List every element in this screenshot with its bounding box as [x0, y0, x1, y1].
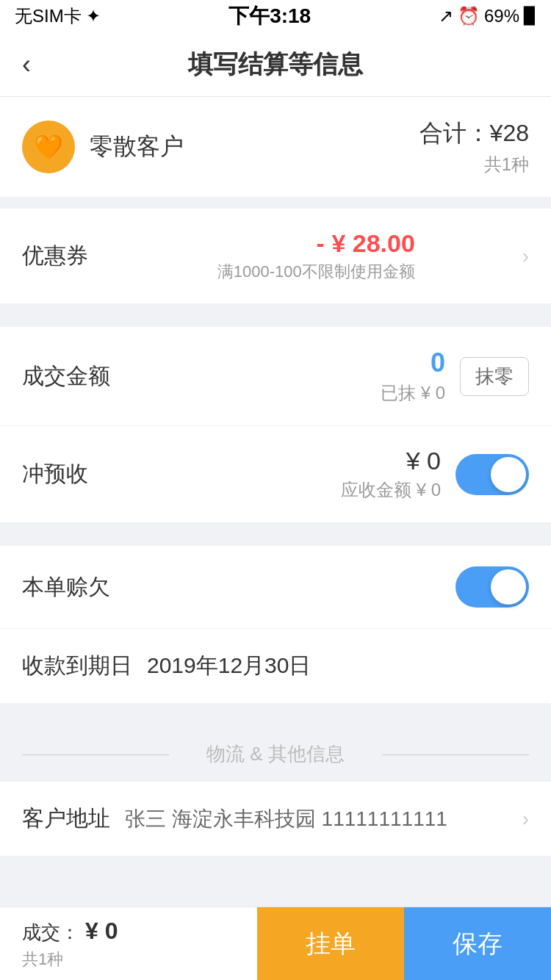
coupon-description: 满1000-100不限制使用金额	[217, 261, 415, 283]
status-time: 下午3:18	[228, 2, 311, 30]
section-divider-3	[0, 715, 551, 727]
section-divider-2	[0, 534, 551, 546]
bottom-count: 共1种	[22, 948, 235, 970]
address-value: 张三 海淀永丰科技园 11111111111	[125, 805, 508, 833]
total-count: 共1种	[419, 153, 529, 176]
deal-values: 0 已抹 ¥ 0	[381, 347, 445, 405]
pre-collect-label: 冲预收	[22, 459, 110, 489]
debt-section: 本单赊欠 收款到期日 2019年12月30日	[0, 546, 551, 703]
logistics-section-header: 物流 & 其他信息	[0, 727, 551, 782]
avatar: 🧡	[22, 120, 75, 173]
round-zero-button[interactable]: 抹零	[460, 357, 529, 396]
debt-row: 本单赊欠	[0, 546, 551, 629]
toggle-knob	[491, 457, 526, 492]
deal-amount-label: 成交金额	[22, 361, 110, 392]
location-icon: ↗	[439, 6, 453, 26]
customer-name: 零散客户	[90, 131, 184, 163]
status-right: ↗ ⏰ 69% ▉	[439, 6, 536, 26]
avatar-icon: 🧡	[34, 133, 63, 161]
customer-total: 合计：¥28 共1种	[419, 118, 529, 176]
hang-order-button[interactable]: 挂单	[257, 907, 404, 981]
coupon-discount: - ¥ 28.00	[217, 229, 415, 258]
battery-indicator: 69%	[484, 6, 519, 26]
address-label: 客户地址	[22, 804, 110, 834]
sim-status: 无SIM卡 ✦	[15, 4, 101, 28]
alarm-icon: ⏰	[458, 6, 480, 26]
customer-info: 🧡 零散客户	[22, 120, 184, 173]
deal-amount-row: 成交金额 0 已抹 ¥ 0 抹零	[0, 327, 551, 426]
pre-collect-right: ¥ 0 应收金额 ¥ 0	[341, 447, 529, 502]
pre-collect-toggle[interactable]	[455, 454, 529, 495]
address-row[interactable]: 客户地址 张三 海淀永丰科技园 11111111111 ›	[0, 782, 551, 857]
page-title: 填写结算等信息	[188, 48, 363, 82]
coupon-value-area: - ¥ 28.00 满1000-100不限制使用金额	[217, 229, 415, 283]
bottom-summary: 成交： ¥ 0 共1种	[0, 918, 257, 970]
pre-collect-values: ¥ 0 应收金额 ¥ 0	[341, 447, 441, 502]
main-content: 🧡 零散客户 合计：¥28 共1种 优惠券 - ¥ 28.00 满1000-10…	[0, 97, 551, 945]
coupon-section: 优惠券 - ¥ 28.00 满1000-100不限制使用金额 ›	[0, 209, 551, 303]
address-chevron-icon: ›	[522, 807, 529, 831]
coupon-label: 优惠券	[22, 241, 110, 271]
already-rounded: 已抹 ¥ 0	[381, 381, 445, 405]
bottom-deal-label: 成交：	[22, 920, 79, 945]
status-bar: 无SIM卡 ✦ 下午3:18 ↗ ⏰ 69% ▉	[0, 0, 551, 32]
debt-label: 本单赊欠	[22, 572, 110, 602]
debt-toggle-knob	[491, 569, 526, 605]
bottom-deal-amount: ¥ 0	[85, 918, 118, 945]
customer-row: 🧡 零散客户 合计：¥28 共1种	[0, 97, 551, 197]
debt-toggle[interactable]	[455, 566, 529, 608]
due-date-row[interactable]: 收款到期日 2019年12月30日	[0, 629, 551, 703]
coupon-row[interactable]: 优惠券 - ¥ 28.00 满1000-100不限制使用金额 ›	[0, 209, 551, 303]
save-button[interactable]: 保存	[404, 907, 551, 981]
due-date-value: 2019年12月30日	[147, 651, 311, 681]
status-left: 无SIM卡 ✦	[15, 4, 101, 28]
logistics-label: 物流 & 其他信息	[206, 743, 345, 765]
deal-amount-value: 0	[431, 347, 445, 378]
pre-collect-amount: ¥ 0	[406, 447, 441, 475]
back-button[interactable]: ‹	[22, 49, 31, 80]
section-divider-1	[0, 315, 551, 327]
pre-collect-receivable: 应收金额 ¥ 0	[341, 478, 441, 502]
nav-bar: ‹ 填写结算等信息	[0, 32, 551, 97]
due-date-label: 收款到期日	[22, 651, 132, 681]
total-amount: 合计：¥28	[419, 118, 529, 150]
pre-collect-row: 冲预收 ¥ 0 应收金额 ¥ 0	[0, 426, 551, 522]
battery-icon: ▉	[524, 7, 536, 26]
chevron-right-icon: ›	[522, 245, 529, 268]
bottom-bar: 成交： ¥ 0 共1种 挂单 保存	[0, 907, 551, 980]
deal-amount-right: 0 已抹 ¥ 0 抹零	[381, 347, 529, 405]
transaction-section: 成交金额 0 已抹 ¥ 0 抹零 冲预收 ¥ 0 应收金额 ¥ 0	[0, 327, 551, 522]
